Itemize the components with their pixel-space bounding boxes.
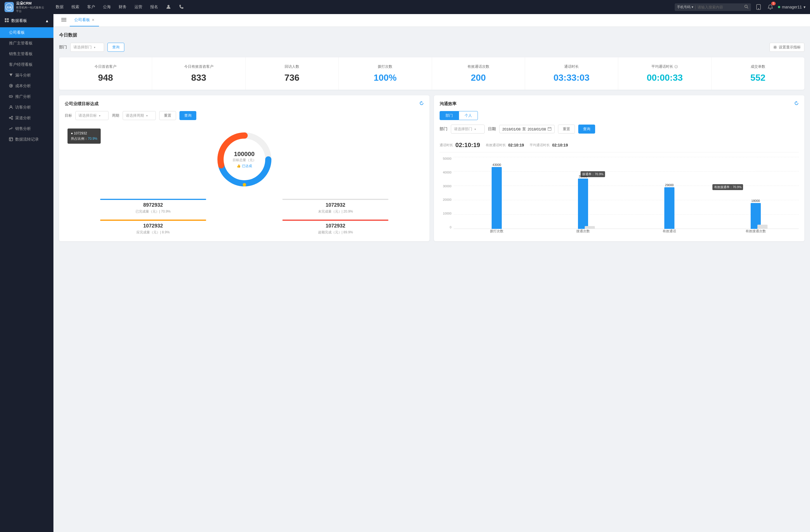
sidebar-item-sales[interactable]: 销售分析 bbox=[0, 123, 53, 134]
svg-point-14 bbox=[9, 117, 11, 118]
nav-customers[interactable]: 客户 bbox=[84, 3, 98, 11]
bar-group-2: 接通率：70.9% 35000 bbox=[540, 157, 626, 229]
sidebar-item-marketing[interactable]: 推广分析 bbox=[0, 92, 53, 102]
x-labels: 拨打次数 接通次数 有效通话 有效接通次数 bbox=[454, 229, 799, 236]
stat-value-6: 00:00:33 bbox=[624, 72, 706, 83]
nav-data[interactable]: 数据 bbox=[52, 3, 67, 11]
top-navigation: 云朵 云朵CRM 教育机构一站式服务云平台 数据 线索 客户 公海 财务 运营 … bbox=[0, 0, 810, 14]
eff-call-duration: 通话时长 02:10:19 bbox=[440, 142, 480, 149]
completed-label: 已完成量（元）| 70.9% bbox=[65, 209, 242, 214]
dept-select-arrow: ▾ bbox=[94, 46, 95, 49]
period-arrow: ▾ bbox=[146, 114, 148, 117]
bar-rect-35000 bbox=[578, 179, 588, 229]
sidebar-item-sales-mgr[interactable]: 销售主管看板 bbox=[0, 49, 53, 59]
user-dropdown-icon: ▾ bbox=[804, 5, 806, 9]
sidebar-item-account-mgr[interactable]: 客户经理看板 bbox=[0, 59, 53, 70]
logo-icon: 云朵 bbox=[4, 2, 14, 12]
sidebar-section-header[interactable]: 数据看板 ▲ bbox=[0, 14, 53, 27]
funnel-icon bbox=[9, 73, 13, 78]
dept-filter-label: 部门 bbox=[59, 45, 67, 50]
settings-icon bbox=[773, 45, 777, 49]
search-type-select[interactable]: 手机号码 ▾ bbox=[677, 5, 693, 10]
y-axis: 50000 40000 30000 20000 10000 0 bbox=[440, 157, 454, 236]
nav-person-icon[interactable] bbox=[163, 2, 174, 12]
svg-point-15 bbox=[12, 116, 13, 117]
nav-finance[interactable]: 财务 bbox=[115, 3, 130, 11]
stat-label-6: 平均通话时长 ? bbox=[624, 64, 706, 69]
svg-point-16 bbox=[12, 118, 13, 119]
nav-registration[interactable]: 报名 bbox=[147, 3, 161, 11]
tab-dept[interactable]: 部门 bbox=[440, 111, 459, 120]
svg-point-25 bbox=[775, 47, 776, 48]
search-input[interactable] bbox=[697, 5, 743, 9]
settings-display-btn[interactable]: 设置显示指标 bbox=[770, 43, 804, 52]
today-query-btn[interactable]: 查询 bbox=[108, 43, 124, 52]
search-icon[interactable] bbox=[744, 4, 749, 10]
dept-select[interactable]: 请选择部门 ▾ bbox=[70, 43, 104, 52]
nav-leads[interactable]: 线索 bbox=[68, 3, 83, 11]
tab-close-icon[interactable]: ✕ bbox=[92, 18, 95, 22]
bar-rect-43000 bbox=[492, 167, 502, 229]
sidebar-item-label: 客户经理看板 bbox=[9, 62, 33, 67]
period-select[interactable]: 请选择周期 ▾ bbox=[123, 111, 156, 120]
svg-rect-8 bbox=[7, 18, 9, 20]
completed-value: 8972932 bbox=[65, 202, 242, 208]
sidebar-item-company-board[interactable]: 公司看板 bbox=[0, 27, 53, 38]
hamburger-menu[interactable] bbox=[59, 14, 69, 26]
sidebar-collapse-icon[interactable]: ▲ bbox=[45, 19, 49, 23]
sidebar-item-data-flow[interactable]: 数据流转记录 bbox=[0, 134, 53, 145]
target-panel-refresh-icon[interactable] bbox=[419, 101, 424, 106]
cost-icon bbox=[9, 84, 13, 88]
stat-value-1: 833 bbox=[158, 72, 239, 83]
sidebar-item-cost[interactable]: 成本分析 bbox=[0, 81, 53, 92]
sidebar-item-label: 漏斗分析 bbox=[15, 73, 31, 78]
eff-query-btn[interactable]: 查询 bbox=[578, 124, 595, 134]
donut-chart: 100000 目标总量（元） 👍 已达成 bbox=[213, 129, 275, 190]
nav-phone-icon[interactable] bbox=[176, 2, 187, 12]
nav-public-sea[interactable]: 公海 bbox=[100, 3, 114, 11]
target-panel-header: 公司业绩目标达成 bbox=[65, 101, 424, 106]
bar-group-1: 43000 bbox=[454, 157, 540, 229]
sidebar-item-label: 推广分析 bbox=[15, 94, 31, 99]
target-reset-btn[interactable]: 重置 bbox=[159, 111, 176, 120]
user-info[interactable]: manager11 ▾ bbox=[778, 5, 806, 9]
today-data-section: 今日数据 部门 请选择部门 ▾ 查询 bbox=[59, 32, 804, 90]
stat-card-6: 平均通话时长 ? 00:00:33 bbox=[618, 57, 711, 90]
svg-line-18 bbox=[11, 118, 12, 119]
efficiency-refresh-icon[interactable] bbox=[794, 101, 799, 106]
stat-label-4: 有效通话次数 bbox=[438, 64, 519, 69]
stat-grid-completed: 8972932 已完成量（元）| 70.9% bbox=[65, 199, 242, 214]
search-bar: 手机号码 ▾ | bbox=[675, 3, 751, 11]
tab-company-board[interactable]: 公司看板 ✕ bbox=[70, 14, 99, 27]
bar-rect-18000-gray bbox=[757, 225, 767, 229]
period-placeholder: 请选择周期 bbox=[126, 113, 144, 118]
nav-operations[interactable]: 运营 bbox=[131, 3, 146, 11]
donut-chart-container: ● 1072932 所占比例：70.9% bbox=[65, 126, 424, 193]
tablet-icon-btn[interactable] bbox=[754, 3, 763, 11]
target-query-btn[interactable]: 查询 bbox=[179, 111, 196, 120]
period-label: 周期 bbox=[112, 113, 119, 118]
notification-icon-btn[interactable]: 5 bbox=[766, 3, 775, 11]
completed-bar bbox=[100, 199, 206, 200]
nav-links: 数据 线索 客户 公海 财务 运营 报名 bbox=[52, 2, 669, 12]
bar-rect-29000 bbox=[664, 187, 675, 229]
sidebar-item-funnel[interactable]: 漏斗分析 bbox=[0, 70, 53, 81]
eff-stats-row: 通话时长 02:10:19 有效通话时长 02:10:19 平均通话时长 02:… bbox=[440, 138, 799, 152]
sidebar-item-marketing-mgr[interactable]: 推广主管看板 bbox=[0, 38, 53, 49]
panels-row: 公司业绩目标达成 目标 请选择目标 ▾ bbox=[59, 95, 804, 241]
sidebar-item-channel[interactable]: 渠道分析 bbox=[0, 113, 53, 123]
date-range-input[interactable]: 2018/01/08 至 2018/01/08 bbox=[499, 125, 555, 133]
eff-dept-select[interactable]: 请选择部门 ▾ bbox=[451, 124, 485, 134]
dept-select-placeholder: 请选择部门 bbox=[74, 45, 92, 50]
eff-reset-btn[interactable]: 重置 bbox=[558, 124, 575, 134]
stat-card-1: 今日有效首咨客户 833 bbox=[152, 57, 245, 90]
svg-point-6 bbox=[758, 9, 759, 9]
x-label-1: 拨打次数 bbox=[454, 229, 540, 236]
tab-person[interactable]: 个人 bbox=[459, 111, 478, 120]
target-select[interactable]: 请选择目标 ▾ bbox=[75, 111, 109, 120]
main-content: 公司看板 ✕ 今日数据 部门 请选择部门 ▾ 查询 bbox=[53, 14, 810, 532]
efficiency-panel-title: 沟通效率 bbox=[440, 101, 456, 106]
svg-line-17 bbox=[11, 117, 12, 118]
donut-center: 100000 目标总量（元） 👍 已达成 bbox=[232, 150, 256, 168]
sidebar-item-visitor[interactable]: 访客分析 bbox=[0, 102, 53, 113]
